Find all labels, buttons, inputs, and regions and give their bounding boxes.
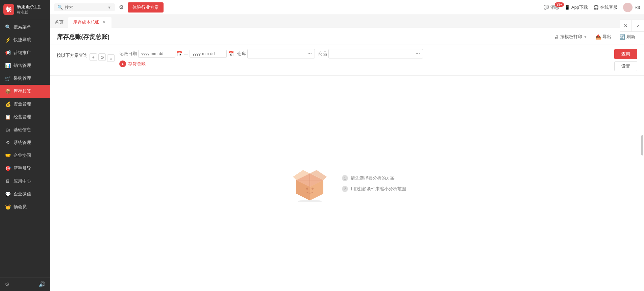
empty-hint-1: 1 请先选择要分析的方案	[342, 175, 406, 181]
date-start-input[interactable]	[138, 50, 175, 58]
date-end-input[interactable]	[190, 50, 227, 58]
sidebar-item-purchase[interactable]: 🛒 采购管理	[0, 72, 50, 85]
sidebar-item-basic-info[interactable]: 🗂 基础信息	[0, 123, 50, 136]
panel-close-btn[interactable]: ✕	[620, 20, 632, 32]
marketing-icon: 📢	[5, 50, 11, 56]
print-btn[interactable]: 🖨 按模板打印 ▼	[552, 32, 589, 41]
scheme-tag: ● 存货总账	[119, 58, 611, 67]
sidebar-item-label: 企业协同	[14, 152, 31, 159]
user-name: Rit	[635, 5, 640, 10]
avatar	[623, 3, 633, 12]
quick-nav-icon: ⚡	[5, 37, 11, 43]
industry-btn[interactable]: 体验行业方案	[128, 2, 164, 13]
sidebar-item-label: 资金管理	[14, 101, 31, 107]
sidebar-item-quick-nav[interactable]: ⚡ 快捷导航	[0, 33, 50, 46]
sales-icon: 📊	[5, 63, 11, 69]
settings-footer-icon[interactable]: ⚙	[5, 281, 9, 288]
sidebar-item-finance[interactable]: 💰 资金管理	[0, 98, 50, 111]
gear-icon[interactable]: ⚙	[118, 3, 125, 12]
sidebar: 畅 畅捷通好生意 标准版 🔍 搜索菜单 ⚡ 快捷导航 📢 营销推广 📊 销售管理…	[0, 0, 50, 291]
message-btn[interactable]: 💬 消息 99+	[544, 4, 559, 10]
filter-add-btn[interactable]: +	[90, 53, 97, 61]
refresh-label: 刷新	[626, 34, 635, 40]
sidebar-item-sys[interactable]: ⚙ 系统管理	[0, 136, 50, 149]
sidebar-item-label: 应用中心	[14, 178, 31, 184]
setting-btn[interactable]: 设置	[614, 61, 637, 71]
app-center-icon: 🖥	[5, 178, 11, 184]
panel-resize-btn[interactable]: ⤢	[632, 20, 644, 32]
warehouse-select[interactable]: ···	[247, 49, 315, 58]
sidebar-item-inventory[interactable]: 📦 库存核算	[0, 85, 50, 98]
app-download-btn[interactable]: 📱 App下载	[565, 4, 588, 10]
calendar-start-icon[interactable]: 📅	[177, 51, 182, 56]
product-more-icon[interactable]: ···	[416, 51, 420, 57]
search-box[interactable]: 🔍 ▼	[54, 3, 115, 11]
wechat-icon: 💬	[5, 191, 11, 197]
product-select[interactable]: ···	[328, 49, 423, 58]
service-btn[interactable]: 🎧 在线客服	[593, 4, 618, 10]
message-icon: 💬	[544, 5, 549, 10]
query-btn[interactable]: 查询	[614, 49, 637, 59]
search-dropdown-arrow[interactable]: ▼	[107, 5, 111, 9]
tabbar: 首页 库存成本总账 ✕	[50, 15, 644, 28]
sidebar-item-vip[interactable]: 👑 畅会员	[0, 200, 50, 213]
tab-close-icon[interactable]: ✕	[101, 20, 107, 25]
topbar-right: 💬 消息 99+ 📱 App下载 🎧 在线客服 Rit	[544, 3, 640, 12]
export-label: 导出	[602, 34, 611, 40]
date-filter-label: 记账日期	[119, 51, 137, 57]
service-icon: 🎧	[593, 5, 599, 10]
sidebar-item-label: 搜索菜单	[14, 24, 31, 30]
tab-home-label: 首页	[55, 19, 64, 25]
filter-settings-btn[interactable]: ⊙	[98, 53, 106, 61]
hint-num-2: 2	[342, 186, 348, 192]
sidebar-item-marketing[interactable]: 📢 营销推广	[0, 46, 50, 59]
sidebar-item-label: 企业微信	[14, 191, 31, 197]
sidebar-item-enterprise-coop[interactable]: 🤝 企业协同	[0, 149, 50, 162]
sidebar-item-label: 采购管理	[14, 75, 31, 81]
tab-home[interactable]: 首页	[50, 17, 68, 28]
sidebar-item-new-guide[interactable]: 🎯 新手引导	[0, 162, 50, 175]
search-input[interactable]	[65, 5, 105, 10]
sidebar-item-label: 畅会员	[14, 204, 27, 210]
page-area: 库存总账(存货总账) 🖨 按模板打印 ▼ 📤 导出 🔄 刷新	[50, 28, 644, 291]
sidebar-item-label: 基础信息	[14, 127, 31, 133]
user-info[interactable]: Rit	[623, 3, 640, 12]
refresh-btn[interactable]: 🔄 刷新	[617, 32, 637, 41]
search-menu-icon: 🔍	[5, 24, 11, 30]
sidebar-item-label: 库存核算	[14, 88, 31, 94]
sidebar-item-label: 新手引导	[14, 165, 31, 171]
sidebar-item-label: 销售管理	[14, 63, 31, 69]
filter-group-product: 商品 ···	[318, 49, 423, 58]
scheme-label: 存货总账	[128, 61, 146, 67]
export-btn[interactable]: 📤 导出	[593, 32, 613, 41]
filter-body: 记账日期 📅 — 📅 仓库 ···	[119, 49, 611, 67]
logo-icon: 畅	[3, 4, 14, 15]
filter-row-1: 记账日期 📅 — 📅 仓库 ···	[119, 49, 611, 58]
sidebar-item-search-menu[interactable]: 🔍 搜索菜单	[0, 21, 50, 33]
tab-inventory-ledger[interactable]: 库存成本总账 ✕	[68, 17, 112, 28]
filter-group-date: 记账日期 📅 — 📅	[119, 50, 234, 58]
basic-info-icon: 🗂	[5, 127, 11, 133]
sidebar-item-sales[interactable]: 📊 销售管理	[0, 59, 50, 72]
app-label: App下载	[571, 4, 588, 10]
panel-controls: ✕ ⤢	[620, 20, 644, 32]
sound-footer-icon[interactable]: 🔊	[39, 281, 45, 288]
empty-hint-2: 2 用[过滤]条件来缩小分析范围	[342, 186, 406, 192]
sidebar-item-wechat[interactable]: 💬 企业微信	[0, 188, 50, 200]
tab-inventory-ledger-label: 库存成本总账	[73, 19, 99, 25]
enterprise-coop-icon: 🤝	[5, 152, 11, 159]
calendar-end-icon[interactable]: 📅	[228, 51, 234, 56]
sidebar-item-ops[interactable]: 📋 经营管理	[0, 111, 50, 123]
date-separator: —	[184, 51, 188, 56]
empty-hints: 1 请先选择要分析的方案 2 用[过滤]条件来缩小分析范围	[342, 175, 406, 192]
filter-collapse-btn[interactable]: «	[107, 54, 115, 62]
hint-num-1: 1	[342, 175, 348, 181]
main-scrollbar[interactable]	[641, 135, 643, 155]
message-badge: 99+	[555, 2, 564, 7]
warehouse-more-icon[interactable]: ···	[307, 51, 312, 57]
sidebar-item-label: 经营管理	[14, 114, 31, 120]
sidebar-item-app-center[interactable]: 🖥 应用中心	[0, 175, 50, 188]
purchase-icon: 🛒	[5, 75, 11, 81]
topbar: 🔍 ▼ ⚙ 体验行业方案 💬 消息 99+ 📱 App下载 🎧 在线客服 R	[50, 0, 644, 15]
print-dropdown-icon[interactable]: ▼	[584, 35, 587, 39]
